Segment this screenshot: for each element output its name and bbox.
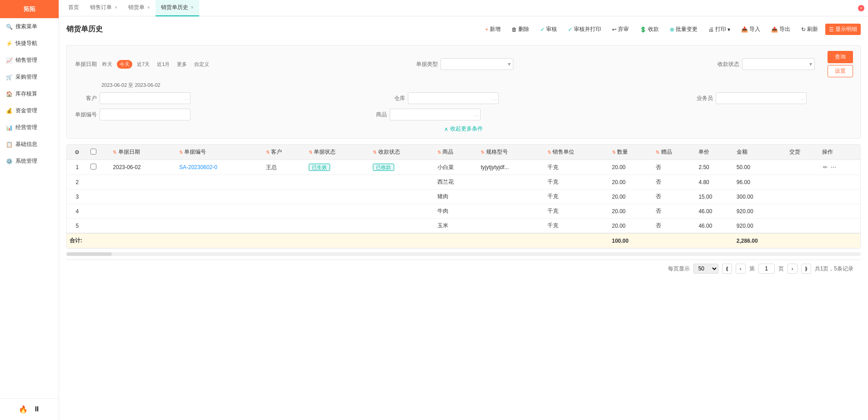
sort-icon: ⇅ [547,150,551,155]
filter-warehouse: 仓库 ... [382,92,497,104]
date-chip-custom[interactable]: 自定义 [191,60,212,69]
fire-icon[interactable]: 🔥 [19,405,28,414]
tab-close-sales-history[interactable]: × [191,5,194,10]
customer-input[interactable] [100,92,191,104]
sidebar-item-operations[interactable]: 📊 经营管理 [0,119,59,136]
col-doc-no[interactable]: ⇅ 单据编号 [176,145,263,160]
data-table-wrap: ⚙ ⇅ 单据日期 ⇅ 单据编号 ⇅ 客户 ⇅ 单据状态 ⇅ 收款状态 ⇅ 商品 … [66,144,861,249]
docno-input[interactable] [100,109,191,120]
total-qty: 100.00 [609,233,653,248]
total-price-spacer [696,233,733,248]
print-button[interactable]: 🖨 打印 ▾ [705,24,734,35]
horizontal-scrollbar[interactable] [66,252,861,256]
sidebar-item-search[interactable]: 🔍 搜索菜单 [0,18,59,35]
paystatus-select[interactable] [742,58,815,70]
tab-close-sales-delivery[interactable]: × [147,5,150,10]
cell-customer: 王总 [263,160,306,175]
print-arrow-icon: ▾ [728,26,730,33]
tab-sales-delivery[interactable]: 销货单 × [123,0,156,16]
new-button[interactable]: + 新增 [482,24,504,35]
audit-print-button[interactable]: ✓ 审核并打印 [564,24,605,35]
table-row: 3 猪肉 千克 20.00 否 15.00 300.00 [67,190,860,204]
last-page-button[interactable]: ⟫ [801,264,811,274]
per-page-select[interactable]: 50 20 100 [693,264,718,274]
edit-action-button[interactable]: ✏ [822,163,828,171]
tab-home[interactable]: 首页 [63,0,85,16]
scroll-thumb[interactable] [66,252,112,256]
collapse-button[interactable]: ∧ 收起更多条件 [74,125,853,133]
first-page-button[interactable]: ⟪ [722,264,732,274]
cell-doc-no: SA-20230602-0 [176,160,263,175]
customer-ellipsis[interactable]: ... [184,95,189,101]
filter-goods: 商品 ... [364,109,479,120]
delete-button[interactable]: 🗑 删除 [508,24,533,35]
col-pay-status[interactable]: ⇅ 收款状态 [370,145,435,160]
pause-icon[interactable]: ⏸ [33,405,40,414]
cell-pay-status [370,190,435,204]
doctype-select[interactable] [441,58,513,70]
audit-button[interactable]: ✓ 审核 [537,24,561,35]
cell-unit: 千克 [545,175,609,190]
col-doc-date[interactable]: ⇅ 单据日期 [110,145,176,160]
business-input[interactable] [716,92,807,104]
sidebar-item-inventory[interactable]: 🏠 库存核算 [0,85,59,102]
sidebar-item-label: 采购管理 [15,73,37,81]
collapse-icon: ∧ [444,126,448,132]
select-all-checkbox[interactable] [90,149,96,155]
sidebar-item-finance[interactable]: 💰 资金管理 [0,102,59,119]
setting-button[interactable]: 设置 [828,65,853,77]
goods-input[interactable] [390,109,481,120]
cart-icon: 🛒 [5,74,13,81]
col-doc-status[interactable]: ⇅ 单据状态 [306,145,371,160]
col-goods[interactable]: ⇅ 商品 [435,145,478,160]
lightning-icon: ⚡ [5,40,13,47]
home-icon: 🏠 [5,90,13,98]
row-checkbox[interactable] [90,164,96,170]
sidebar-item-purchase[interactable]: 🛒 采购管理 [0,69,59,85]
sidebar-item-sales[interactable]: 📈 销售管理 [0,52,59,69]
sidebar-item-label: 搜索菜单 [15,23,37,30]
sidebar-item-label: 系统管理 [15,157,37,165]
refresh-button[interactable]: ↻ 刷新 [798,24,822,35]
batch-change-button[interactable]: ⊕ 批量变更 [666,24,701,35]
export-button[interactable]: 📤 导出 [768,24,794,35]
cell-goods: 西兰花 [435,175,478,190]
query-button[interactable]: 查询 [828,51,853,63]
sidebar-item-basic-info[interactable]: 📋 基础信息 [0,136,59,153]
goods-ellipsis[interactable]: ... [474,111,479,118]
next-page-button[interactable]: › [788,264,798,274]
warehouse-input[interactable] [408,92,499,104]
col-settings[interactable]: ⚙ [67,145,88,160]
date-chip-yesterday[interactable]: 昨天 [100,60,115,69]
abandon-button[interactable]: ↩ 弃审 [608,24,632,35]
tab-close-sales-order[interactable]: × [115,5,117,10]
date-chip-today[interactable]: 今天 [117,60,132,69]
more-action-button[interactable]: ⋯ [830,163,837,171]
filter-doctype: 单据类型 [415,58,513,70]
warehouse-ellipsis[interactable]: ... [492,95,497,101]
sidebar-item-quicknav[interactable]: ⚡ 快捷导航 [0,35,59,52]
window-close-button[interactable]: × [858,5,864,11]
show-detail-button[interactable]: ☰ 显示明细 [825,24,861,35]
delete-icon: 🗑 [512,26,517,33]
col-gift[interactable]: ⇅ 赠品 [653,145,696,160]
col-unit[interactable]: ⇅ 销售单位 [545,145,609,160]
table-row: 1 2023-06-02 SA-20230602-0 王总 已生效 已收款 小白… [67,160,860,175]
total-amount: 2,286.00 [734,233,787,248]
cell-pay-status [370,175,435,190]
date-chip-1month[interactable]: 近1月 [154,60,172,69]
business-ellipsis[interactable]: ... [800,95,805,101]
col-spec[interactable]: ⇅ 规格型号 [478,145,545,160]
sidebar-item-system[interactable]: ⚙️ 系统管理 [0,153,59,170]
collect-button[interactable]: 💲 收款 [636,24,662,35]
doc-no-link[interactable]: SA-20230602-0 [179,164,217,170]
col-qty[interactable]: ⇅ 数量 [609,145,653,160]
date-chip-more[interactable]: 更多 [174,60,190,69]
col-customer[interactable]: ⇅ 客户 [263,145,306,160]
date-chip-7days[interactable]: 近7天 [134,60,152,69]
page-number-input[interactable] [758,264,775,274]
prev-page-button[interactable]: ‹ [736,264,746,274]
tab-sales-order[interactable]: 销售订单 × [85,0,123,16]
import-button[interactable]: 📥 导入 [738,24,764,35]
tab-sales-history[interactable]: 销货单历史 × [156,0,199,16]
